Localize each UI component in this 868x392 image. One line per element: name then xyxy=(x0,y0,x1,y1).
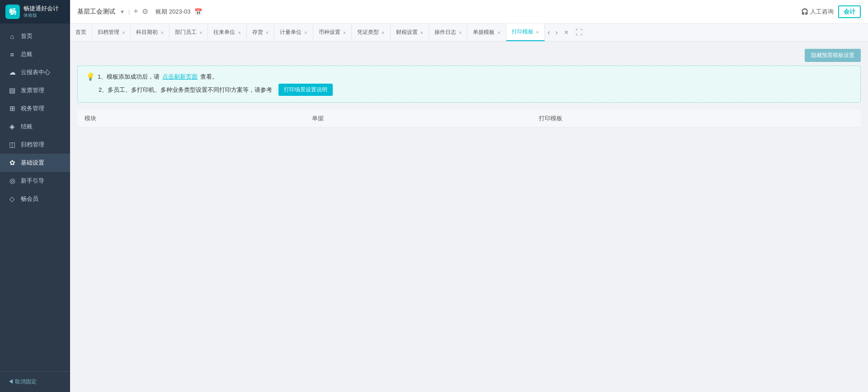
add-tab-icon[interactable]: + xyxy=(133,7,138,16)
tab-operation-log-close[interactable]: × xyxy=(459,30,462,35)
invoice-icon: ▤ xyxy=(8,86,16,94)
tab-department-close[interactable]: × xyxy=(199,30,202,35)
kuaiji-label: 会计 xyxy=(844,8,855,15)
tab-subject[interactable]: 科目期初 × xyxy=(131,24,169,41)
tab-close-all-button[interactable]: × xyxy=(561,24,572,41)
tab-archive[interactable]: 归档管理 × xyxy=(92,24,131,41)
topbar-divider: | xyxy=(128,8,130,15)
sidebar-item-label: 基础设置 xyxy=(21,159,44,167)
sidebar-item-label: 总账 xyxy=(21,50,33,58)
tab-unit-label: 计量单位 xyxy=(280,28,302,36)
sidebar-nav: ⌂ 首页 ≡ 总账 ☁ 云报表中心 ▤ 发票管理 ⊞ 税务管理 ◈ 结账 ◫ 归… xyxy=(0,24,70,371)
company-selector[interactable]: 基层工会测试 ▼ xyxy=(77,8,125,16)
content-area: 隐藏预置模板设置 💡 1、模板添加成功后，请 点击刷新页面 查看。 2、多员工、… xyxy=(70,42,868,392)
tab-print-template[interactable]: 打印模板 × xyxy=(506,24,545,41)
headset-icon: 🎧 xyxy=(801,8,808,15)
sidebar-item-label: 新手引导 xyxy=(21,177,44,185)
tab-partner-close[interactable]: × xyxy=(238,30,241,35)
logo-sub: 体验版 xyxy=(24,12,59,19)
tab-archive-label: 归档管理 xyxy=(98,28,119,36)
tab-prev-button[interactable]: ‹ xyxy=(545,24,552,41)
template-table: 模块 单据 打印模板 xyxy=(77,110,861,128)
tab-expand-button[interactable]: ⛶ xyxy=(572,24,586,41)
tab-currency-close[interactable]: × xyxy=(343,30,346,35)
col-document: 单据 xyxy=(305,110,532,128)
tab-home[interactable]: 首页 xyxy=(70,24,92,41)
period-selector[interactable]: 账期 2023-03 📅 xyxy=(156,8,202,16)
member-icon: ◇ xyxy=(8,195,16,203)
tab-partner-label: 往来单位 xyxy=(213,28,235,36)
sidebar-item-reports[interactable]: ☁ 云报表中心 xyxy=(0,63,70,81)
col-print-template: 打印模板 xyxy=(532,110,861,128)
bulb-icon: 💡 xyxy=(86,72,95,81)
main: 基层工会测试 ▼ | + ⚙ 账期 2023-03 📅 🎧 人工咨询 会计 首页… xyxy=(70,0,868,392)
tab-inventory-label: 存货 xyxy=(252,28,263,36)
tab-currency-label: 币种设置 xyxy=(319,28,340,36)
sidebar-item-settings[interactable]: ✿ 基础设置 xyxy=(0,154,70,172)
tab-home-label: 首页 xyxy=(75,28,86,36)
tab-print-template-close[interactable]: × xyxy=(536,29,539,35)
info-line1-prefix: 1、模板添加成功后，请 xyxy=(98,73,160,81)
tab-single-template[interactable]: 单据模板 × xyxy=(467,24,506,41)
sidebar-item-ledger[interactable]: ≡ 总账 xyxy=(0,45,70,63)
service-button[interactable]: 🎧 人工咨询 xyxy=(801,8,834,16)
archive-icon: ◫ xyxy=(8,141,16,149)
tab-inventory-close[interactable]: × xyxy=(266,30,269,35)
tab-single-template-close[interactable]: × xyxy=(497,30,500,35)
tab-voucher-type-close[interactable]: × xyxy=(382,30,384,35)
settings-tab-icon[interactable]: ⚙ xyxy=(142,7,148,16)
sidebar-logo: 畅 畅捷通好会计 体验版 xyxy=(0,0,70,24)
tab-tax-settings[interactable]: 财税设置 × xyxy=(391,24,429,41)
sidebar-item-label: 税务管理 xyxy=(21,104,44,113)
tab-subject-close[interactable]: × xyxy=(160,30,163,35)
tab-voucher-type-label: 凭证类型 xyxy=(357,28,379,36)
sidebar-item-member[interactable]: ◇ 畅会员 xyxy=(0,190,70,208)
sidebar-item-label: 首页 xyxy=(21,32,33,40)
info-box: 💡 1、模板添加成功后，请 点击刷新页面 查看。 2、多员工、多打印机、多种业务… xyxy=(77,66,861,103)
tab-next-button[interactable]: › xyxy=(553,24,561,41)
sidebar-item-label: 畅会员 xyxy=(21,195,38,203)
period-value: 2023-03 xyxy=(169,8,191,15)
sidebar-item-invoice[interactable]: ▤ 发票管理 xyxy=(0,81,70,99)
kuaiji-button[interactable]: 会计 xyxy=(838,5,861,18)
sidebar-item-label: 发票管理 xyxy=(21,86,44,94)
tab-tax-settings-close[interactable]: × xyxy=(420,30,423,35)
refresh-link[interactable]: 点击刷新页面 xyxy=(162,73,198,81)
tax-icon: ⊞ xyxy=(8,104,16,113)
sidebar-item-tax[interactable]: ⊞ 税务管理 xyxy=(0,99,70,118)
tab-department[interactable]: 部门员工 × xyxy=(170,24,208,41)
tab-subject-label: 科目期初 xyxy=(136,28,158,36)
sidebar-item-guide[interactable]: ◎ 新手引导 xyxy=(0,172,70,190)
sidebar-item-label: 归档管理 xyxy=(21,141,44,149)
tab-unit[interactable]: 计量单位 × xyxy=(274,24,313,41)
company-dropdown-icon: ▼ xyxy=(120,9,125,14)
cloud-icon: ☁ xyxy=(8,68,16,76)
sidebar-item-label: 云报表中心 xyxy=(21,68,50,76)
tab-currency[interactable]: 币种设置 × xyxy=(313,24,352,41)
tab-voucher-type[interactable]: 凭证类型 × xyxy=(352,24,390,41)
cancel-fixed-button[interactable]: ◀ 取消固定 xyxy=(0,371,70,392)
tabbar: 首页 归档管理 × 科目期初 × 部门员工 × 往来单位 × 存货 × 计量单位… xyxy=(70,24,868,42)
tab-print-template-label: 打印模板 xyxy=(512,28,533,36)
print-explain-button[interactable]: 打印场景设置说明 xyxy=(278,84,333,96)
topbar: 基层工会测试 ▼ | + ⚙ 账期 2023-03 📅 🎧 人工咨询 会计 xyxy=(70,0,868,24)
tab-operation-log[interactable]: 操作日志 × xyxy=(429,24,467,41)
tab-inventory[interactable]: 存货 × xyxy=(247,24,274,41)
tab-archive-close[interactable]: × xyxy=(122,30,125,35)
ledger-icon: ≡ xyxy=(8,51,16,58)
col-module: 模块 xyxy=(77,110,305,128)
period-label: 账期 xyxy=(156,8,167,16)
tab-unit-close[interactable]: × xyxy=(304,30,307,35)
service-label: 人工咨询 xyxy=(810,8,834,16)
sidebar-item-home[interactable]: ⌂ 首页 xyxy=(0,27,70,45)
topbar-right: 🎧 人工咨询 会计 xyxy=(801,5,861,18)
sidebar-item-label: 结账 xyxy=(21,123,33,131)
info-line1-suffix: 查看。 xyxy=(200,73,218,81)
sidebar-item-closing[interactable]: ◈ 结账 xyxy=(0,118,70,136)
tab-tax-settings-label: 财税设置 xyxy=(396,28,418,36)
tab-operation-log-label: 操作日志 xyxy=(434,28,456,36)
tab-partner[interactable]: 往来单位 × xyxy=(208,24,246,41)
sidebar-item-archive[interactable]: ◫ 归档管理 xyxy=(0,136,70,154)
hide-template-button[interactable]: 隐藏预置模板设置 xyxy=(805,49,861,62)
calendar-icon: 📅 xyxy=(194,8,202,15)
